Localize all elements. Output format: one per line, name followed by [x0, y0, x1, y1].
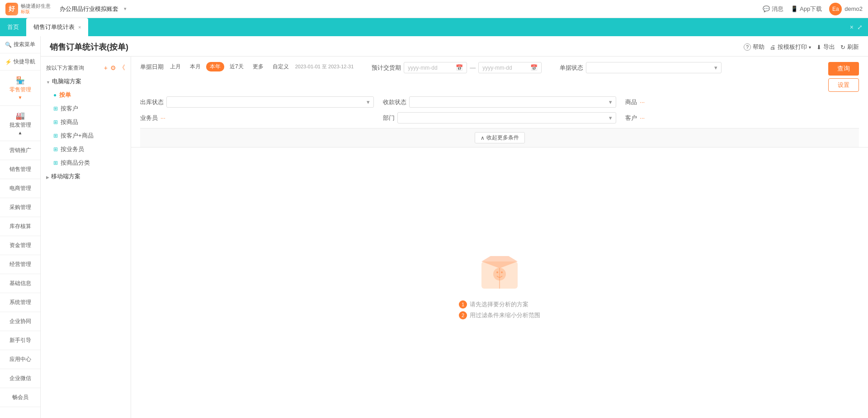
plan-item-by-category[interactable]: ⊞ 按商品分类: [41, 156, 131, 170]
status-select[interactable]: ▾: [586, 62, 722, 73]
expected-date-to[interactable]: yyyy-mm-dd 📅: [478, 62, 542, 73]
plan-item-by-salesperson[interactable]: ⊞ 按业务员: [41, 142, 131, 156]
collapse-button[interactable]: ∧ 收起更多条件: [475, 132, 525, 143]
print-button[interactable]: 🖨 按模板打印 ▾: [770, 43, 811, 51]
content-inner: 按以下方案查询 + ⚙ 《 电脑端方案 ● 按单: [41, 57, 868, 418]
pay-status-chevron-icon: ▾: [609, 99, 612, 105]
sidebar-item-member[interactable]: 畅会员: [0, 388, 40, 407]
more-btn[interactable]: 更多: [249, 62, 267, 71]
sidebar-item-basic[interactable]: 基础信息: [0, 274, 40, 293]
out-status-chevron-icon: ▾: [367, 99, 370, 105]
pay-status-group: 收款状态 ▾: [383, 96, 617, 108]
sidebar-item-business[interactable]: 经营管理: [0, 255, 40, 274]
help-button[interactable]: ? 帮助: [744, 43, 764, 51]
customer-group: 客户 ···: [625, 114, 859, 122]
top-bar-right: 💬 消息 📱 App下载 Ea demo2: [763, 3, 863, 15]
plan-item-by-customer[interactable]: ⊞ 按客户: [41, 102, 131, 115]
top-bar-title: 办公用品行业模拟账套: [60, 5, 118, 13]
status-chevron-icon: ▾: [714, 64, 717, 71]
department-group: 部门 ▾: [383, 112, 617, 124]
sidebar-item-ecommerce[interactable]: 电商管理: [0, 179, 40, 198]
sidebar-search[interactable]: 🔍 搜索菜单: [0, 36, 40, 53]
sidebar-item-appstore[interactable]: 应用中心: [0, 350, 40, 369]
sidebar-item-enterprise[interactable]: 企业协同: [0, 312, 40, 331]
department-select[interactable]: ▾: [397, 112, 617, 124]
tab-close-window-icon[interactable]: ×: [850, 24, 854, 31]
out-status-group: 出库状态 ▾: [140, 96, 374, 108]
sidebar-item-newuser[interactable]: 新手引导: [0, 331, 40, 350]
plan-item-by-order[interactable]: ● 按单: [41, 88, 131, 102]
query-button[interactable]: 查询: [828, 62, 859, 76]
date-quick-btns: 上月 本月 本年 近7天 更多 自定义: [166, 62, 292, 71]
collapse-panel-button[interactable]: 《: [119, 64, 125, 72]
add-plan-button[interactable]: +: [104, 64, 108, 71]
this-month-btn[interactable]: 本月: [186, 62, 204, 71]
settings-plan-button[interactable]: ⚙: [110, 64, 116, 71]
out-status-label: 出库状态: [140, 98, 164, 106]
settings-button[interactable]: 设置: [828, 78, 859, 92]
print-icon: 🖨: [770, 44, 776, 51]
logo-icon: 好: [5, 3, 18, 15]
expected-date-from[interactable]: yyyy-mm-dd 📅: [404, 62, 467, 73]
tab-sales-order-stats[interactable]: 销售订单统计表 ×: [26, 18, 88, 36]
user-area[interactable]: Ea demo2: [829, 3, 863, 15]
plan-group-mobile-header[interactable]: 移动端方案: [41, 170, 131, 183]
tab-close-icon[interactable]: ×: [78, 24, 81, 30]
salesperson-ellipsis[interactable]: ···: [160, 114, 165, 121]
tab-home[interactable]: 首页: [0, 18, 26, 36]
top-bar: 好 畅捷通好生意 标版 办公用品行业模拟账套 ▾ 💬 消息 📱 App下载 Ea…: [0, 0, 868, 18]
sidebar-item-system[interactable]: 系统管理: [0, 293, 40, 312]
dropdown-arrow-icon[interactable]: ▾: [124, 6, 127, 12]
app-download-button[interactable]: 📱 App下载: [791, 5, 822, 13]
pay-status-select[interactable]: ▾: [409, 96, 617, 108]
avatar: Ea: [829, 3, 842, 15]
svg-point-3: [496, 271, 498, 273]
collapse-bar[interactable]: ∧ 收起更多条件: [140, 128, 859, 147]
sidebar-item-marketing[interactable]: 营销推广: [0, 141, 40, 160]
sidebar-item-inventory[interactable]: 库存核算: [0, 217, 40, 236]
sidebar-nav[interactable]: ⚡ 快捷导航: [0, 53, 40, 71]
goods-group: 商品 ···: [625, 98, 859, 106]
collapse-up-icon: ∧: [481, 135, 485, 141]
filter-row-2: 出库状态 ▾ 收款状态 ▾: [140, 96, 859, 108]
right-main: 单据日期 上月 本月 本年 近7天 更多 自定义 2023-01-01 至 20…: [131, 57, 868, 418]
last-month-btn[interactable]: 上月: [166, 62, 184, 71]
last-7-btn[interactable]: 近7天: [226, 62, 247, 71]
empty-hint-2: 2 用过滤条件来缩小分析范围: [459, 311, 540, 319]
out-status-select[interactable]: ▾: [166, 96, 374, 108]
plan-item-icon-order: ●: [53, 92, 57, 98]
pay-status-label: 收款状态: [383, 98, 406, 106]
panel-header: 按以下方案查询 + ⚙ 《: [41, 61, 131, 75]
nav-icon: ⚡: [5, 59, 12, 65]
export-icon: ⬇: [816, 44, 821, 51]
sidebar-item-sales[interactable]: 销售管理: [0, 160, 40, 179]
plan-item-by-goods[interactable]: ⊞ 按商品: [41, 115, 131, 129]
calendar-from-icon: 📅: [456, 64, 463, 71]
sidebar-item-finance[interactable]: 资金管理: [0, 236, 40, 255]
hint-2-num: 2: [459, 311, 467, 319]
messages-button[interactable]: 💬 消息: [763, 5, 783, 13]
refresh-button[interactable]: ↻ 刷新: [840, 43, 859, 51]
export-button[interactable]: ⬇ 导出: [816, 43, 835, 51]
plan-item-icon-cg: ⊞: [53, 133, 58, 139]
plan-group-pc-header[interactable]: 电脑端方案: [41, 75, 131, 88]
this-year-btn[interactable]: 本年: [206, 62, 224, 71]
sidebar-item-wechat[interactable]: 企业微信: [0, 369, 40, 388]
plan-item-icon-salesperson: ⊞: [53, 146, 58, 152]
status-filter-group: 单据状态 ▾: [560, 62, 819, 73]
date-label: 单据日期: [140, 63, 164, 71]
date-filter-group: 单据日期 上月 本月 本年 近7天 更多 自定义 2023-01-01 至 20…: [140, 62, 354, 71]
message-icon: 💬: [763, 5, 770, 12]
custom-btn[interactable]: 自定义: [269, 62, 292, 71]
goods-ellipsis[interactable]: ···: [640, 99, 645, 105]
customer-input-area: ···: [640, 114, 859, 121]
customer-ellipsis[interactable]: ···: [640, 114, 645, 121]
sidebar-item-retail[interactable]: 🏪 零售管理 ▼: [0, 71, 40, 106]
plan-item-by-customer-goods[interactable]: ⊞ 按客户+商品: [41, 129, 131, 142]
refresh-icon: ↻: [840, 44, 845, 51]
expand-mobile-icon: [46, 173, 49, 180]
page-header: 销售订单统计表(按单) ? 帮助 🖨 按模板打印 ▾ ⬇ 导出 ↻ 刷新: [41, 36, 868, 57]
sidebar-item-purchase[interactable]: 采购管理: [0, 198, 40, 217]
tab-expand-icon[interactable]: ⤢: [857, 24, 863, 31]
sidebar-item-wholesale[interactable]: 🏭 批发管理 ▲: [0, 106, 40, 141]
